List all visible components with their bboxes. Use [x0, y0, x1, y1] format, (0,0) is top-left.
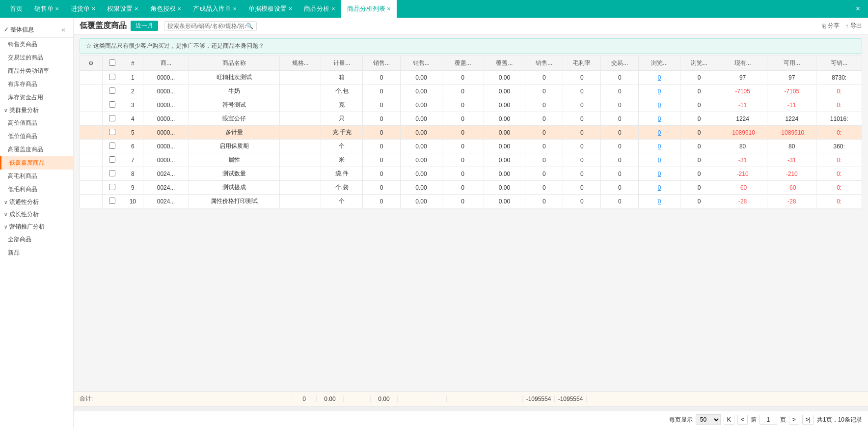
row-unit: 箱 — [321, 71, 363, 85]
search-input[interactable] — [167, 23, 246, 29]
row-checkbox[interactable] — [109, 129, 115, 135]
row-checkbox-cell[interactable] — [103, 153, 122, 167]
period-button[interactable]: 近一月 — [131, 21, 158, 31]
row-gross: 0 — [563, 181, 601, 195]
search-icon[interactable]: 🔍 — [246, 23, 253, 29]
row-browse1[interactable]: 0 — [639, 167, 680, 181]
row-browse1[interactable]: 0 — [639, 112, 680, 126]
page-number-input[interactable] — [760, 415, 777, 425]
last-page-button[interactable]: >| — [802, 415, 814, 425]
select-all-checkbox[interactable] — [109, 59, 115, 66]
col-gear[interactable]: ⚙ — [80, 56, 103, 71]
row-checkbox-cell[interactable] — [103, 126, 122, 140]
export-button[interactable]: ↑ 导出 — [845, 22, 862, 30]
row-coverage2: 0.00 — [484, 167, 525, 181]
row-browse1[interactable]: 0 — [639, 153, 680, 167]
row-checkbox-cell[interactable] — [103, 112, 122, 126]
page-size-select[interactable]: 50 100 200 — [696, 414, 721, 425]
row-browse2: 0 — [680, 71, 718, 85]
col-trade: 交易... — [601, 56, 639, 71]
nav-templates[interactable]: 单据模板设置 × — [243, 0, 298, 18]
row-checkbox-cell[interactable] — [103, 71, 122, 85]
row-coverage1: 0 — [442, 153, 484, 167]
row-browse2: 0 — [680, 167, 718, 181]
horizontal-scrollbar[interactable] — [74, 406, 868, 411]
sidebar-item-low-coverage[interactable]: 低覆盖度商品 — [0, 156, 73, 170]
row-checkbox-cell[interactable] — [103, 181, 122, 195]
table-header-row: ⚙ # 商... 商品名称 规格... 计量... 销售... 销售... 覆盖… — [80, 56, 862, 71]
row-spec — [279, 140, 321, 153]
sidebar-section-marketing[interactable]: ∨ 营销推广分析 — [0, 221, 73, 233]
row-number: 6 — [122, 140, 143, 153]
sidebar-item-high-coverage[interactable]: 高覆盖度商品 — [0, 143, 73, 156]
row-checkbox-cell[interactable] — [103, 85, 122, 98]
row-browse1[interactable]: 0 — [639, 140, 680, 153]
nav-products-in[interactable]: 产成品入库单 × — [187, 0, 243, 18]
window-close-button[interactable]: × — [852, 4, 864, 13]
row-checkbox-cell[interactable] — [103, 167, 122, 181]
row-sellable: 0: — [816, 181, 862, 195]
sidebar-section-group-analysis[interactable]: ∨ 类群量分析 — [0, 104, 73, 116]
row-sales2: 0.00 — [401, 195, 442, 208]
row-sellable: 0: — [816, 126, 862, 140]
row-sales1: 0 — [363, 140, 401, 153]
sidebar-item-high-gross[interactable]: 高毛利商品 — [0, 170, 73, 183]
share-button[interactable]: ⎗ 分享 — [822, 22, 840, 30]
row-code: 0024... — [143, 195, 189, 208]
sidebar-item-sales-products[interactable]: 销售类商品 — [0, 38, 73, 51]
row-browse1[interactable]: 0 — [639, 181, 680, 195]
row-checkbox[interactable] — [109, 87, 115, 94]
row-coverage2: 0.00 — [484, 153, 525, 167]
section-arrow-circulation: ∨ — [4, 200, 7, 205]
row-browse1[interactable]: 0 — [639, 126, 680, 140]
table-wrapper[interactable]: ⚙ # 商... 商品名称 规格... 计量... 销售... 销售... 覆盖… — [74, 56, 868, 391]
row-checkbox[interactable] — [109, 184, 115, 190]
row-browse2: 0 — [680, 153, 718, 167]
sidebar-item-capital[interactable]: 库存资金占用 — [0, 91, 73, 104]
sidebar-item-traded-products[interactable]: 交易过的商品 — [0, 51, 73, 64]
nav-purchase[interactable]: 进货单 × — [65, 0, 101, 18]
row-checkbox-cell[interactable] — [103, 140, 122, 153]
sidebar-section-growth[interactable]: ∨ 成长性分析 — [0, 208, 73, 221]
nav-product-analysis[interactable]: 商品分析 × — [298, 0, 341, 18]
row-unit: 个,包 — [321, 85, 363, 98]
row-checkbox[interactable] — [109, 74, 115, 80]
nav-roles[interactable]: 角色授权 × — [144, 0, 187, 18]
row-browse2: 0 — [680, 195, 718, 208]
prev-page-button[interactable]: < — [737, 415, 748, 425]
row-checkbox[interactable] — [109, 115, 115, 121]
row-checkbox[interactable] — [109, 156, 115, 163]
next-page-button[interactable]: > — [789, 415, 799, 425]
row-checkbox[interactable] — [109, 170, 115, 176]
sidebar-collapse-button[interactable]: « — [57, 24, 69, 35]
row-checkbox[interactable] — [109, 198, 115, 204]
sidebar-item-in-stock[interactable]: 有库存商品 — [0, 78, 73, 91]
nav-home[interactable]: 首页 — [4, 0, 28, 18]
nav-product-analysis-list[interactable]: 商品分析列表 × — [341, 0, 397, 18]
row-checkbox-cell[interactable] — [103, 195, 122, 208]
row-checkbox[interactable] — [109, 101, 115, 108]
row-browse1[interactable]: 0 — [639, 85, 680, 98]
nav-permissions[interactable]: 权限设置 × — [101, 0, 144, 18]
row-browse1[interactable]: 0 — [639, 98, 680, 112]
nav-sales[interactable]: 销售单 × — [28, 0, 65, 18]
row-checkbox[interactable] — [109, 143, 115, 149]
sidebar-item-new-products[interactable]: 新品 — [0, 246, 73, 259]
row-sales3: 0 — [525, 71, 563, 85]
col-checkbox[interactable] — [103, 56, 122, 71]
col-no: # — [122, 56, 143, 71]
col-gross-rate: 毛利率 — [563, 56, 601, 71]
sidebar-item-low-gross[interactable]: 低毛利商品 — [0, 183, 73, 196]
row-trade: 0 — [601, 98, 639, 112]
sidebar-section-circulation[interactable]: ∨ 流通性分析 — [0, 196, 73, 208]
sidebar-item-low-value[interactable]: 低价值商品 — [0, 130, 73, 143]
row-browse1[interactable]: 0 — [639, 71, 680, 85]
sidebar-item-all-products[interactable]: 全部商品 — [0, 233, 73, 246]
row-code: 0000... — [143, 112, 189, 126]
row-browse1[interactable]: 0 — [639, 195, 680, 208]
first-page-button[interactable]: K — [724, 415, 734, 425]
row-checkbox-cell[interactable] — [103, 98, 122, 112]
sidebar-item-high-value[interactable]: 高价值商品 — [0, 116, 73, 130]
row-number: 1 — [122, 71, 143, 85]
sidebar-item-category-rate[interactable]: 商品分类动销率 — [0, 64, 73, 78]
